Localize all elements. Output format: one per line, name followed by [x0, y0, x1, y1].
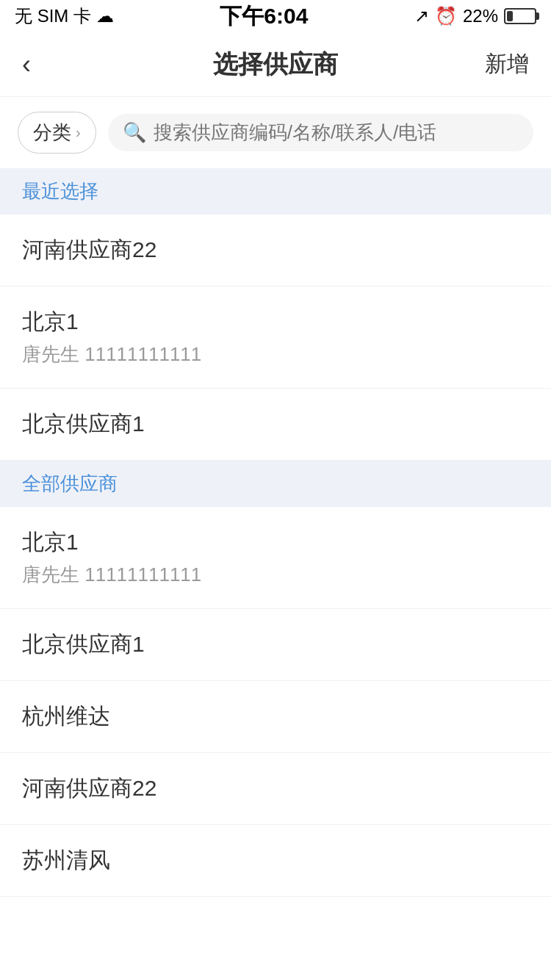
category-label: 分类: [33, 120, 71, 145]
item-name: 苏州清风: [22, 846, 529, 876]
location-icon: ↗: [414, 6, 429, 26]
search-bar: 分类 › 🔍: [0, 97, 551, 168]
item-name: 杭州维达: [22, 702, 529, 732]
all-items-list: 北京1 唐先生 11111111111 北京供应商1 杭州维达 河南供应商22 …: [0, 507, 551, 897]
all-section-label: 全部供应商: [22, 472, 118, 494]
sim-text: 无 SIM 卡 ☁: [15, 4, 114, 28]
category-button[interactable]: 分类 ›: [18, 112, 96, 154]
item-name: 河南供应商22: [22, 235, 529, 265]
recent-section-header: 最近选择: [0, 168, 551, 215]
status-left: 无 SIM 卡 ☁: [15, 4, 114, 28]
battery-text: 22%: [463, 6, 498, 26]
chevron-right-icon: ›: [76, 124, 81, 141]
status-bar: 无 SIM 卡 ☁ 下午6:04 ↗ ⏰ 22%: [0, 0, 551, 32]
search-input[interactable]: [154, 121, 519, 144]
all-section-header: 全部供应商: [0, 461, 551, 507]
recent-items-list: 河南供应商22 北京1 唐先生 11111111111 北京供应商1: [0, 215, 551, 461]
item-name: 北京供应商1: [22, 409, 529, 439]
list-item[interactable]: 杭州维达: [0, 681, 551, 753]
list-item[interactable]: 苏州清风: [0, 825, 551, 897]
recent-section-label: 最近选择: [22, 180, 98, 202]
list-item[interactable]: 河南供应商22: [0, 753, 551, 825]
list-item[interactable]: 北京1 唐先生 11111111111: [0, 507, 551, 609]
list-item[interactable]: 河南供应商22: [0, 215, 551, 287]
battery-icon: [504, 8, 536, 24]
item-name: 河南供应商22: [22, 774, 529, 804]
page-title: 选择供应商: [213, 48, 338, 82]
item-contact: 唐先生 11111111111: [22, 562, 529, 588]
alarm-icon: ⏰: [435, 6, 457, 26]
list-item[interactable]: 北京供应商1: [0, 389, 551, 461]
item-name: 北京供应商1: [22, 630, 529, 660]
back-button[interactable]: ‹: [22, 49, 66, 80]
status-right: ↗ ⏰ 22%: [414, 6, 536, 26]
nav-bar: ‹ 选择供应商 新增: [0, 32, 551, 97]
item-name: 北京1: [22, 307, 529, 337]
item-name: 北京1: [22, 527, 529, 558]
search-icon: 🔍: [123, 121, 146, 144]
add-button[interactable]: 新增: [485, 49, 529, 79]
search-input-wrap: 🔍: [108, 114, 533, 151]
list-item[interactable]: 北京供应商1: [0, 609, 551, 681]
item-contact: 唐先生 11111111111: [22, 342, 529, 367]
list-item[interactable]: 北京1 唐先生 11111111111: [0, 287, 551, 389]
status-time: 下午6:04: [220, 1, 308, 32]
